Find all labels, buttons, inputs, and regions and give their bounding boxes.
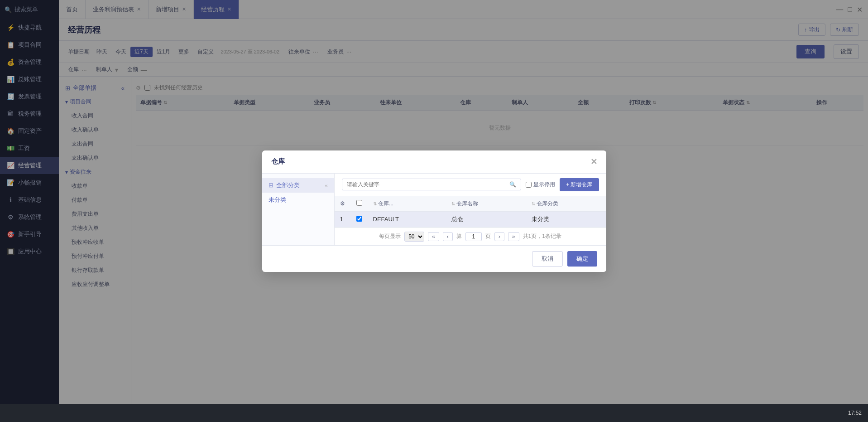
- modal-title: 仓库: [271, 157, 285, 166]
- table-row[interactable]: 1 DEFAULT 总仓 未分类: [335, 211, 606, 227]
- modal-page-size-select[interactable]: 50: [404, 232, 424, 242]
- modal-search-input[interactable]: [347, 181, 507, 188]
- sort-cat-icon[interactable]: ⇅: [532, 201, 535, 206]
- modal-select-all[interactable]: [356, 200, 362, 206]
- row-name: 总仓: [446, 211, 526, 227]
- warehouse-modal: 仓库 ✕ ⊞ 全部分类 « 未分类: [262, 150, 606, 272]
- modal-page-label: 算: [456, 233, 462, 240]
- modal-unclassified[interactable]: 未分类: [262, 193, 334, 207]
- modal-overlay: 仓库 ✕ ⊞ 全部分类 « 未分类: [0, 0, 868, 422]
- modal-first-btn[interactable]: «: [428, 232, 439, 241]
- modal-table: ⚙ ⇅ 仓库... ⇅ 仓库名称: [335, 196, 606, 228]
- collapse-modal-left[interactable]: «: [325, 183, 327, 188]
- modal-all-category[interactable]: ⊞ 全部分类 «: [262, 178, 334, 193]
- taskbar: 17:52: [0, 404, 868, 422]
- show-disabled-checkbox[interactable]: [526, 182, 532, 188]
- modal-body: ⊞ 全部分类 « 未分类 🔍 显示停用: [262, 174, 606, 245]
- cancel-button[interactable]: 取消: [532, 251, 563, 267]
- th-modal-category: ⇅ 仓库分类: [526, 196, 606, 212]
- modal-table-wrapper: ⚙ ⇅ 仓库... ⇅ 仓库名称: [335, 196, 606, 228]
- sort-code-icon[interactable]: ⇅: [373, 201, 377, 206]
- th-modal-check: [351, 196, 368, 212]
- modal-search-box[interactable]: 🔍: [342, 179, 522, 190]
- modal-last-btn[interactable]: »: [508, 232, 519, 241]
- modal-right-panel: 🔍 显示停用 + 新增仓库 ⚙: [335, 174, 606, 245]
- confirm-button[interactable]: 确定: [567, 251, 597, 267]
- th-modal-code: ⇅ 仓库...: [368, 196, 446, 212]
- taskbar-time: 17:52: [848, 410, 862, 416]
- modal-toolbar: 🔍 显示停用 + 新增仓库: [335, 174, 606, 196]
- all-category-icon: ⊞: [269, 182, 273, 189]
- modal-next-btn[interactable]: ›: [494, 232, 504, 241]
- modal-page-input[interactable]: [465, 232, 482, 241]
- row-index: 1: [335, 211, 351, 227]
- all-category-label: 全部分类: [276, 181, 300, 189]
- modal-footer: 取消 确定: [262, 245, 606, 272]
- sort-name-icon[interactable]: ⇅: [451, 201, 455, 206]
- show-disabled-label[interactable]: 显示停用: [526, 181, 555, 189]
- row-category: 未分类: [526, 211, 606, 227]
- add-warehouse-button[interactable]: + 新增仓库: [560, 178, 599, 191]
- modal-pagination: 每页显示 50 « ‹ 算 页 › » 共1页，1条记录: [335, 228, 606, 245]
- unclassified-label: 未分类: [269, 196, 286, 204]
- row-check[interactable]: [351, 211, 368, 227]
- modal-left-panel: ⊞ 全部分类 « 未分类: [262, 174, 335, 245]
- modal-page-size-label: 每页显示: [379, 233, 401, 240]
- modal-close-button[interactable]: ✕: [590, 157, 597, 167]
- row-checkbox[interactable]: [356, 216, 362, 222]
- th-modal-name: ⇅ 仓库名称: [446, 196, 526, 212]
- modal-prev-btn[interactable]: ‹: [443, 232, 453, 241]
- search-icon: 🔍: [509, 181, 516, 188]
- modal-header: 仓库 ✕: [262, 150, 606, 174]
- row-code: DEFAULT: [368, 211, 446, 227]
- modal-page-end: 页: [485, 233, 491, 240]
- modal-total: 共1页，1条记录: [523, 233, 561, 240]
- th-modal-gear[interactable]: ⚙: [335, 196, 351, 212]
